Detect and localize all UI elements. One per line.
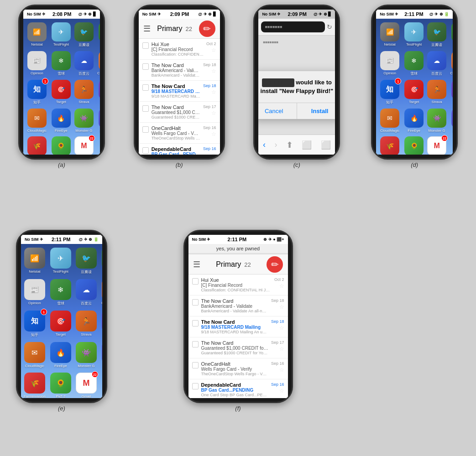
email-preview-0: Classification: CONFIDENTIAL Hi Joe, Her…	[152, 52, 204, 57]
email-toolbar-f: ☰ Primary 22 ✏	[188, 254, 288, 275]
email-item-3[interactable]: The Now Card Guaranteed $1,000 CREDIT fo…	[139, 102, 220, 123]
f-email-item-3[interactable]: The Now Card Guaranteed $1,000 CREDIT fo…	[188, 337, 288, 358]
bookmarks-button-c[interactable]: ⬜	[302, 140, 312, 150]
email-subject-1: BankAmericard - Validate	[152, 68, 200, 73]
app-target[interactable]: 🎯 Target	[52, 80, 71, 105]
app-gmail[interactable]: M 22 Gmail	[74, 136, 94, 155]
app-grid-d: 📶 Netstat ✈ TestFlight 🐦 豆瓣读	[378, 21, 451, 155]
alert-install-button[interactable]: Install	[297, 103, 335, 119]
email-item-2[interactable]: The Now Card 9/18 MASTERCARD Mailing 9/1…	[139, 81, 220, 102]
dialog-screen-c: ■■■■■■■ ■■■■■■■■ would like to install "…	[258, 36, 335, 155]
status-bar-b: No SIM ✈ 2:09 PM @ ✈ ⊕ ▊	[139, 10, 220, 19]
email-item-1[interactable]: The Now Card BankAmericard - Validate Ba…	[139, 60, 220, 81]
panel-f: No SIM ✈ 2:11 PM ⊕ ✈ ● ⬛+ yes, you are p…	[122, 230, 354, 451]
app-opinion[interactable]: 📰 Opinion	[26, 51, 48, 76]
share-button-c[interactable]: ⬆	[286, 140, 293, 150]
hamburger-icon-b[interactable]: ☰	[143, 24, 151, 34]
pwned-bar-f: yes, you are pwned	[188, 244, 288, 254]
phone-screen-d: No SIM ✈ 2:11 PM @ ✈ ⊕ 🔋 📶 Netstat ✈ Tes…	[376, 10, 453, 155]
phone-screen-a: No SIM ✈ 2:08 PM @ ✈ ⊕ ▊ 📶 Netstat ✈	[23, 10, 100, 155]
app-strava[interactable]: 🏃 Strava	[74, 80, 94, 105]
email-toolbar-b: ☰ Primary 22 ✏	[139, 19, 220, 39]
status-time-a: 2:08 PM	[52, 11, 72, 17]
caption-a: (a)	[58, 160, 65, 170]
email-screen-b: ☰ Primary 22 ✏ Hui Xue [C] Financial	[139, 19, 220, 155]
email-title-b: Primary 22	[157, 25, 192, 33]
app-farminvasion[interactable]: 🌾 Farminvasion	[26, 136, 48, 155]
app-douban[interactable]: 🐦 豆瓣读	[74, 22, 94, 47]
main-container: No SIM ✈ 2:08 PM @ ✈ ⊕ ▊ 📶 Netstat ✈	[0, 0, 476, 456]
app-netstat-d[interactable]: 📶 Netstat	[379, 22, 401, 47]
status-left-a: No SIM ✈	[27, 12, 46, 16]
app-testflight-d[interactable]: ✈ TestFlight	[404, 22, 424, 47]
app-netstat[interactable]: 📶 Netstat	[26, 22, 48, 47]
email-item-4[interactable]: OneCardHalt Wells Fargo Card - Verify Th…	[139, 123, 220, 144]
app-alienhive[interactable]: 👽 Alien Hive	[97, 109, 100, 133]
homescreen-d: 📶 Netstat ✈ TestFlight 🐦 豆瓣读	[376, 19, 453, 155]
f-email-item-5[interactable]: DependableCard BP Gas Card...PENDING One…	[188, 379, 288, 398]
app-chinookbook[interactable]: 📚 3 ChinookBook	[97, 51, 100, 76]
f-email-item-2[interactable]: The Now Card 9/18 MASTERCARD Mailing 9/1…	[188, 316, 288, 337]
alert-box-c: ■■■■■■■■ would like to install "New Flap…	[258, 71, 335, 119]
status-bar-f: No SIM ✈ 2:11 PM ⊕ ✈ ● ⬛+	[188, 235, 288, 244]
phone-frame-f: No SIM ✈ 2:11 PM ⊕ ✈ ● ⬛+ yes, you are p…	[183, 230, 293, 403]
app-calm[interactable]: 🌙 Calm	[97, 80, 100, 105]
alert-cancel-button[interactable]: Cancel	[258, 103, 297, 119]
app-pvz2[interactable]: 🌻 PvZ 2	[52, 136, 71, 155]
compose-button-b[interactable]: ✏	[199, 21, 215, 37]
panel-b: No SIM ✈ 2:09 PM @ ✈ ⊕ ▊ ☰ Primary 22 ✏	[122, 5, 236, 226]
url-bar-area-c: ■■■■■■■ ↻	[258, 19, 335, 36]
caption-c: (c)	[293, 160, 300, 170]
email-list-b: Hui Xue [C] Financial Record Classificat…	[139, 39, 220, 155]
f-email-item-4[interactable]: OneCardHalt Wells Fargo Card - Verify Th…	[188, 358, 288, 379]
email-subject-2: 9/18 MASTERCARD Mailing	[152, 89, 200, 94]
phone-frame-b: No SIM ✈ 2:09 PM @ ✈ ⊕ ▊ ☰ Primary 22 ✏	[134, 5, 225, 160]
caption-d: (d)	[411, 160, 418, 170]
url-bar-c[interactable]: ■■■■■■■	[261, 21, 325, 32]
f-email-item-0[interactable]: Hui Xue [C] Financial Record Classificat…	[188, 275, 288, 295]
email-checkbox-0[interactable]	[142, 42, 149, 49]
app-xueqiu[interactable]: ❄ 雪球	[52, 51, 71, 76]
app-fireeye[interactable]: 🔥 FireEye	[52, 109, 71, 133]
app-yike[interactable]: 🌿 1 一刻	[97, 22, 100, 47]
compose-button-f[interactable]: ✏	[267, 256, 283, 273]
back-button-c[interactable]: ‹	[263, 140, 266, 150]
status-bar-a: No SIM ✈ 2:08 PM @ ✈ ⊕ ▊	[23, 10, 100, 19]
hamburger-icon-f[interactable]: ☰	[193, 259, 200, 269]
app-yike-d[interactable]: 🌿 1 一刻	[450, 22, 453, 47]
tabs-button-c[interactable]: ⬜	[321, 140, 331, 150]
app-monsterg[interactable]: 👾 Monster G	[74, 109, 94, 133]
email-sender-1: The Now Card	[152, 62, 200, 68]
phone-screen-f: No SIM ✈ 2:11 PM ⊕ ✈ ● ⬛+ yes, you are p…	[188, 235, 288, 398]
caption-e: (e)	[58, 403, 65, 414]
homescreen-e: 📶 Netstat ✈ TestFlight 🐦 豆瓣读	[21, 244, 102, 398]
app-douban-d[interactable]: 🐦 豆瓣读	[427, 22, 446, 47]
phone-screen-c: No SIM ✈ 2:09 PM @ ✈ ⊕ ▊ ■■■■■■■ ↻ ■■■■■…	[258, 10, 335, 155]
email-sender-0: Hui Xue	[152, 41, 204, 47]
dialog-top-text: ■■■■■■■	[263, 40, 278, 44]
status-bar-e: No SIM ✈ 2:11 PM @ ✈ ⊕ 🔋	[21, 235, 102, 244]
forward-button-c[interactable]: ›	[274, 140, 277, 150]
email-meta-0: Oct 2 ☆	[206, 41, 216, 53]
app-baidu[interactable]: ☁ 百度云	[74, 51, 94, 76]
f-email-item-1[interactable]: The Now Card BankAmericard - Validate Ba…	[188, 295, 288, 316]
phone-frame-a: No SIM ✈ 2:08 PM @ ✈ ⊕ ▊ 📶 Netstat ✈	[18, 5, 105, 160]
email-checkbox-2[interactable]	[142, 84, 149, 91]
alert-content-c: ■■■■■■■■ would like to install "New Flap…	[258, 71, 335, 102]
email-checkbox-1[interactable]	[142, 63, 149, 70]
panel-a: No SIM ✈ 2:08 PM @ ✈ ⊕ ▊ 📶 Netstat ✈	[5, 5, 119, 226]
app-testflight[interactable]: ✈ TestFlight	[52, 22, 71, 47]
reload-button-c[interactable]: ↻	[327, 23, 332, 31]
homescreen-a: 📶 Netstat ✈ TestFlight 🐦 豆瓣读	[23, 19, 100, 155]
phone-frame-e: No SIM ✈ 2:11 PM @ ✈ ⊕ 🔋 📶 Netstat ✈ Tes…	[16, 230, 107, 403]
email-sender-2: The Now Card	[152, 83, 200, 89]
email-preview-2: 9/18 MASTERCARD Mailing An upgraded...	[152, 94, 200, 98]
email-item-0[interactable]: Hui Xue [C] Financial Record Classificat…	[139, 39, 220, 60]
status-bar-c: No SIM ✈ 2:09 PM @ ✈ ⊕ ▊	[258, 10, 335, 19]
app-zhihu[interactable]: 知 1 知乎	[26, 80, 48, 105]
app-cloudmagic[interactable]: ✉ CloudMagic	[26, 109, 48, 133]
phone-frame-d: No SIM ✈ 2:11 PM @ ✈ ⊕ 🔋 📶 Netstat ✈ Tes…	[371, 5, 458, 160]
email-item-5[interactable]: DependableCard BP Gas Card...PENDING One…	[139, 144, 220, 155]
status-bar-d: No SIM ✈ 2:11 PM @ ✈ ⊕ 🔋	[376, 10, 453, 19]
email-preview-1: BankAmericard - Validate An all-new Bank…	[152, 73, 200, 78]
